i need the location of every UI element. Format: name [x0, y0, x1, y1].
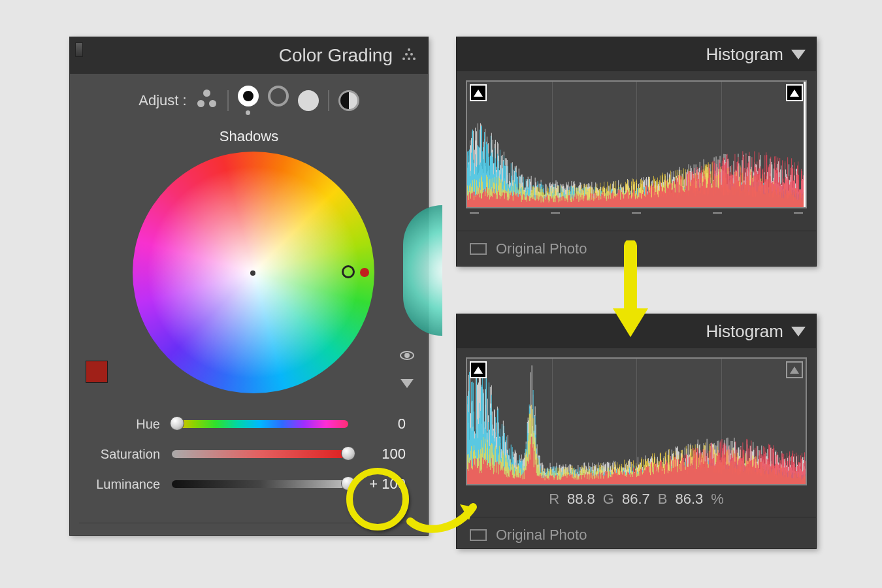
separator-icon — [328, 90, 329, 111]
three-way-icon — [196, 90, 218, 112]
hue-slider-thumb[interactable] — [170, 416, 184, 431]
panel-grip-icon[interactable] — [75, 42, 83, 57]
hue-slider-row: Hue 0 — [92, 409, 406, 439]
global-mode-button[interactable] — [338, 90, 359, 111]
color-grading-header: Color Grading — [70, 37, 428, 74]
panel-footer-divider — [79, 523, 419, 523]
wheel-picker-ring-icon[interactable] — [342, 265, 355, 278]
tone-zone-ticks — [466, 212, 807, 223]
shadow-clipping-indicator[interactable] — [470, 84, 487, 101]
adjust-mode-row: Adjust : — [70, 86, 428, 115]
section-label: Shadows — [70, 128, 428, 145]
original-photo-row[interactable]: Original Photo — [457, 231, 816, 267]
highlights-mode-icon — [298, 90, 319, 111]
original-photo-icon — [470, 529, 487, 541]
histogram-canvas — [467, 82, 806, 207]
saturation-slider-thumb[interactable] — [341, 446, 355, 461]
r-value: 88.8 — [567, 491, 595, 508]
three-way-mode-button[interactable] — [196, 90, 218, 112]
visibility-toggle-icon[interactable] — [399, 348, 415, 363]
shadows-mode-button[interactable] — [238, 86, 259, 115]
highlight-clipping-indicator[interactable] — [786, 361, 803, 378]
histogram-title: Histogram — [706, 44, 783, 65]
b-value: 86.3 — [675, 491, 703, 508]
global-mode-icon — [338, 90, 359, 111]
highlight-clipping-indicator[interactable] — [786, 84, 803, 101]
luminance-slider-row: Luminance + 100 — [92, 469, 406, 499]
expand-toggle-icon[interactable] — [400, 379, 414, 388]
histogram-chart-after[interactable] — [466, 357, 807, 485]
saturation-value[interactable]: 100 — [360, 446, 406, 463]
luminance-label: Luminance — [92, 477, 160, 492]
histogram-panel-before: Histogram Original Photo — [456, 37, 817, 267]
saturation-label: Saturation — [92, 447, 160, 462]
histogram-header[interactable]: Histogram — [457, 37, 816, 71]
highlights-mode-button[interactable] — [298, 90, 319, 111]
original-photo-label: Original Photo — [496, 527, 587, 544]
next-wheel-peek[interactable] — [403, 205, 442, 336]
rgb-readout: R 88.8 G 86.7 B 86.3 % — [457, 485, 816, 509]
g-value: 86.7 — [622, 491, 650, 508]
collapse-icon[interactable] — [791, 50, 806, 59]
saturation-slider-row: Saturation 100 — [92, 439, 406, 469]
adjust-label: Adjust : — [139, 92, 186, 109]
shadows-mode-icon — [238, 86, 259, 106]
b-label: B — [658, 491, 668, 508]
hue-slider[interactable] — [172, 420, 348, 428]
histogram-chart-before[interactable] — [466, 80, 807, 208]
targeted-adjustment-icon[interactable] — [402, 48, 416, 63]
wheel-center-icon — [250, 270, 255, 276]
svg-point-1 — [405, 353, 409, 357]
original-photo-icon — [470, 243, 487, 255]
luminance-slider-thumb[interactable] — [341, 476, 355, 491]
color-grading-title: Color Grading — [279, 45, 393, 66]
wheel-picker-dot-icon[interactable] — [360, 268, 369, 277]
color-wheel-area — [70, 152, 428, 406]
hue-label: Hue — [92, 417, 160, 432]
histogram-title: Histogram — [706, 321, 783, 342]
original-photo-row[interactable]: Original Photo — [457, 517, 816, 553]
histogram-header[interactable]: Histogram — [457, 314, 816, 348]
selected-color-swatch[interactable] — [86, 361, 108, 383]
midtones-mode-icon — [268, 86, 289, 106]
sliders-group: Hue 0 Saturation 100 Luminance + 100 — [70, 409, 428, 499]
g-label: G — [603, 491, 614, 508]
luminance-value[interactable]: + 100 — [360, 476, 406, 493]
histogram-canvas — [467, 359, 806, 484]
separator-icon — [227, 90, 229, 111]
collapse-icon[interactable] — [791, 327, 806, 336]
luminance-slider[interactable] — [172, 480, 348, 488]
midtones-mode-button[interactable] — [268, 86, 289, 115]
r-label: R — [549, 491, 559, 508]
histogram-panel-after: Histogram R 88.8 G 86.7 B 86.3 % Origina… — [456, 314, 817, 549]
color-grading-panel: Color Grading Adjust : — [69, 37, 429, 536]
shadow-clipping-indicator[interactable] — [470, 361, 487, 378]
pct-suffix: % — [711, 491, 724, 508]
saturation-slider[interactable] — [172, 450, 348, 458]
hue-value[interactable]: 0 — [360, 416, 406, 433]
original-photo-label: Original Photo — [496, 240, 587, 257]
active-mode-indicator-icon — [246, 110, 250, 115]
